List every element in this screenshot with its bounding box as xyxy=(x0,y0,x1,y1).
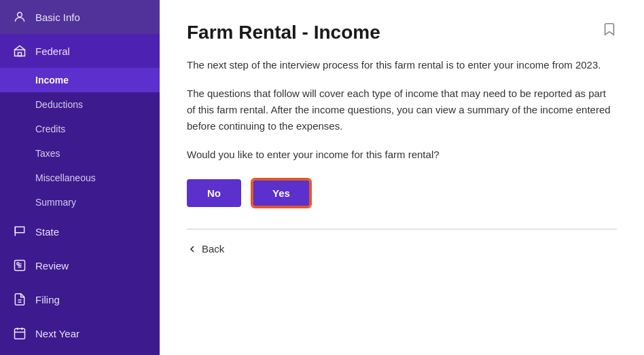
sidebar-subitem-income[interactable]: Income xyxy=(0,68,160,92)
filing-icon xyxy=(12,292,27,307)
back-button[interactable]: Back xyxy=(187,243,617,255)
page-title: Farm Rental - Income xyxy=(187,22,617,43)
svg-rect-8 xyxy=(15,329,25,339)
sidebar-item-label: Basic Info xyxy=(35,12,80,23)
sidebar-item-review[interactable]: Review xyxy=(0,248,160,282)
sidebar-subitem-taxes[interactable]: Taxes xyxy=(0,141,160,166)
flag-icon xyxy=(12,224,27,239)
no-button[interactable]: No xyxy=(187,179,241,207)
federal-subitems: Income Deductions Credits Taxes Miscella… xyxy=(0,68,160,214)
review-icon xyxy=(12,258,27,273)
sidebar-item-label: State xyxy=(35,226,59,238)
building-icon xyxy=(12,43,27,58)
sidebar: Basic Info Federal Income Deductions Cre… xyxy=(0,0,160,355)
question-text: Would you like to enter your income for … xyxy=(187,147,617,163)
intro-paragraph-1: The next step of the interview process f… xyxy=(187,57,617,73)
svg-rect-2 xyxy=(18,53,22,56)
yes-button[interactable]: Yes xyxy=(252,179,310,207)
sidebar-item-label: Filing xyxy=(35,294,60,305)
bookmark-button[interactable] xyxy=(602,22,617,39)
back-label: Back xyxy=(202,243,224,255)
main-content: Farm Rental - Income The next step of th… xyxy=(160,0,644,355)
calendar-icon xyxy=(12,326,27,341)
chevron-left-icon xyxy=(187,244,198,255)
sidebar-subitem-miscellaneous[interactable]: Miscellaneous xyxy=(0,166,160,190)
sidebar-item-label: Next Year xyxy=(35,328,79,339)
sidebar-item-state[interactable]: State xyxy=(0,214,160,248)
divider xyxy=(187,229,617,229)
sidebar-subitem-credits[interactable]: Credits xyxy=(0,117,160,141)
sidebar-item-federal[interactable]: Federal xyxy=(0,34,160,68)
sidebar-item-label: Federal xyxy=(35,45,70,57)
sidebar-subitem-summary[interactable]: Summary xyxy=(0,190,160,214)
sidebar-item-label: Review xyxy=(35,260,69,272)
sidebar-item-filing[interactable]: Filing xyxy=(0,282,160,316)
sidebar-item-basic-info[interactable]: Basic Info xyxy=(0,0,160,34)
svg-point-5 xyxy=(17,263,19,265)
intro-paragraph-2: The questions that follow will cover eac… xyxy=(187,86,617,134)
sidebar-subitem-deductions[interactable]: Deductions xyxy=(0,92,160,117)
person-icon xyxy=(12,10,27,24)
svg-point-0 xyxy=(18,12,22,17)
sidebar-item-next-year[interactable]: Next Year xyxy=(0,316,160,350)
answer-buttons: No Yes xyxy=(187,179,617,207)
